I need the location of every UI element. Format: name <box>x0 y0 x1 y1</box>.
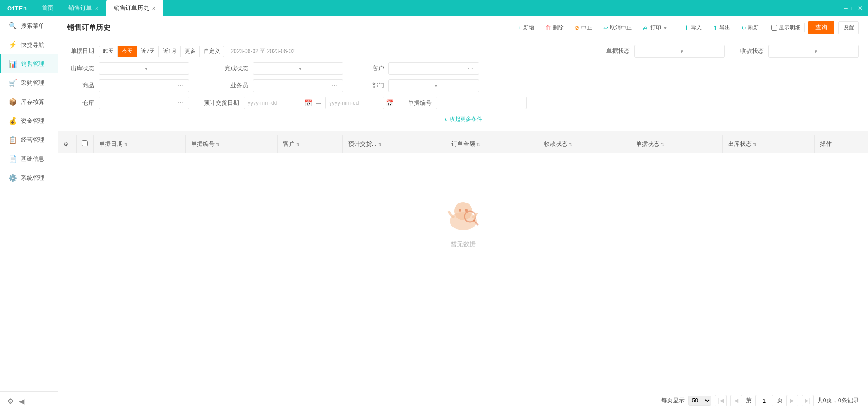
filter-row-2: 出库状态 ▼ 完成状态 ▼ 客户 ··· <box>67 62 859 75</box>
sort-payment-icon: ⇅ <box>569 142 572 147</box>
tab-sales-order-close[interactable]: ✕ <box>95 5 99 11</box>
th-checkbox[interactable] <box>76 135 93 153</box>
th-amount[interactable]: 订单金额⇅ <box>446 135 538 153</box>
svg-point-2 <box>459 209 461 212</box>
th-order-status[interactable]: 单据状态⇅ <box>630 135 722 153</box>
date-label: 单据日期 <box>67 47 99 55</box>
sidebar-item-base-info[interactable]: 📄 基础信息 <box>0 150 58 169</box>
th-delivery-status[interactable]: 出库状态⇅ <box>722 135 814 153</box>
stop-label: 中止 <box>581 24 592 32</box>
base-info-icon: 📄 <box>9 155 17 163</box>
import-button[interactable]: ⬇ 导入 <box>680 22 706 34</box>
department-select[interactable]: ▼ <box>388 79 479 92</box>
top-bar: OfTEn 首页 销售订单 ✕ 销售订单历史 ✕ ─ □ ✕ <box>0 0 868 16</box>
per-page-select[interactable]: 50 10 20 100 <box>688 396 711 406</box>
date-today-btn[interactable]: 今天 <box>118 46 137 57</box>
product-input-wrap[interactable]: ··· <box>99 79 189 92</box>
prev-page-btn[interactable]: ◀ <box>730 395 742 406</box>
sidebar-item-sys-mgmt[interactable]: ⚙️ 系统管理 <box>0 169 58 188</box>
th-settings[interactable]: ⚙ <box>58 135 76 153</box>
tab-sales-order-history-close[interactable]: ✕ <box>152 5 156 11</box>
refresh-button[interactable]: ↻ 刷新 <box>737 22 763 34</box>
add-icon: + <box>518 24 522 31</box>
empty-state: 暂无数据 <box>58 153 868 285</box>
th-date[interactable]: 单据日期⇅ <box>93 135 185 153</box>
sidebar-item-purchase-mgmt[interactable]: 🛒 采购管理 <box>0 73 58 92</box>
customer-dots-icon[interactable]: ··· <box>465 64 475 73</box>
sidebar-item-inventory[interactable]: 📦 库存核算 <box>0 92 58 111</box>
show-detail-toggle[interactable]: 显示明细 <box>771 24 801 32</box>
sidebar-item-search-menu[interactable]: 🔍 搜索菜单 <box>0 16 58 35</box>
complete-status-label: 完成状态 <box>216 64 253 73</box>
finance-icon: 💰 <box>9 117 17 125</box>
print-chevron-icon: ▼ <box>663 25 667 30</box>
tab-sales-order[interactable]: 销售订单 ✕ <box>61 0 106 16</box>
delete-button[interactable]: 🗑 删除 <box>541 22 568 34</box>
print-label: 打印 <box>650 24 661 32</box>
toolbar-divider-1 <box>676 23 676 32</box>
show-detail-checkbox[interactable] <box>771 25 777 31</box>
date-group: 昨天 今天 近7天 近1月 更多 自定义 <box>99 46 224 57</box>
empty-illustration <box>436 189 490 235</box>
tab-sales-order-history[interactable]: 销售订单历史 ✕ <box>106 0 163 16</box>
toolbar-divider-2 <box>767 23 767 32</box>
select-all-checkbox[interactable] <box>82 140 88 146</box>
date-more-btn[interactable]: 更多 <box>181 46 200 57</box>
minimize-icon[interactable]: ─ <box>844 5 848 11</box>
th-customer[interactable]: 客户⇅ <box>278 135 342 153</box>
last-page-btn[interactable]: ▶| <box>802 395 814 406</box>
date-yesterday-btn[interactable]: 昨天 <box>99 46 118 57</box>
th-expected-delivery[interactable]: 预计交货...⇅ <box>342 135 446 153</box>
tab-home[interactable]: 首页 <box>34 0 61 16</box>
stop-button[interactable]: ⊘ 中止 <box>570 22 597 34</box>
sidebar-item-sales-mgmt[interactable]: 📊 销售管理 <box>0 54 58 73</box>
complete-status-select[interactable]: ▼ <box>253 62 343 75</box>
date-last7-btn[interactable]: 近7天 <box>137 46 159 57</box>
add-button[interactable]: + 新增 <box>514 22 539 34</box>
maximize-icon[interactable]: □ <box>851 5 854 11</box>
settings-button[interactable]: 设置 <box>838 21 859 34</box>
sidebar-collapse-btn[interactable]: ◀ <box>19 397 24 406</box>
date-last-month-btn[interactable]: 近1月 <box>159 46 181 57</box>
warehouse-input-wrap[interactable]: ··· <box>99 97 189 109</box>
order-no-input[interactable] <box>436 97 527 109</box>
next-page-btn[interactable]: ▶ <box>786 395 798 406</box>
sidebar-item-quick-nav[interactable]: ⚡ 快捷导航 <box>0 35 58 54</box>
sidebar-item-operations[interactable]: 📋 经营管理 <box>0 131 58 150</box>
refresh-icon: ↻ <box>741 24 746 31</box>
department-chevron-icon: ▼ <box>434 83 475 88</box>
product-label: 商品 <box>67 82 99 90</box>
cancel-stop-button[interactable]: ↩ 取消中止 <box>599 22 636 34</box>
th-payment-status[interactable]: 收款状态⇅ <box>538 135 630 153</box>
close-icon[interactable]: ✕ <box>858 5 863 11</box>
payment-status-select[interactable]: ▼ <box>768 45 859 58</box>
stop-icon: ⊘ <box>575 24 580 31</box>
collapse-btn[interactable]: ∧ 收起更多条件 <box>67 114 859 125</box>
toolbar: + 新增 🗑 删除 ⊘ 中止 ↩ 取消中止 🖨 打印 <box>514 21 859 34</box>
print-button[interactable]: 🖨 打印 ▼ <box>638 22 672 34</box>
warehouse-dots-icon[interactable]: ··· <box>176 99 185 107</box>
sidebar-settings-btn[interactable]: ⚙ <box>7 397 14 406</box>
customer-input-wrap[interactable]: ··· <box>388 62 479 75</box>
page-number-input[interactable] <box>755 395 773 406</box>
delivery-status-select[interactable]: ▼ <box>99 62 189 75</box>
sidebar-item-finance[interactable]: 💰 资金管理 <box>0 111 58 131</box>
expected-date-to-input[interactable] <box>325 97 384 109</box>
salesperson-dots-icon[interactable]: ··· <box>330 82 339 90</box>
expected-date-from-input[interactable] <box>244 97 302 109</box>
print-icon: 🖨 <box>643 24 648 31</box>
sidebar-item-label: 系统管理 <box>21 174 44 182</box>
th-order-no[interactable]: 单据编号⇅ <box>185 135 277 153</box>
product-dots-icon[interactable]: ··· <box>176 82 185 90</box>
first-page-btn[interactable]: |◀ <box>715 395 727 406</box>
export-button[interactable]: ⬆ 导出 <box>708 22 735 34</box>
calendar-from-icon[interactable]: 📅 <box>304 99 312 106</box>
order-status-select[interactable]: ▼ <box>634 45 725 58</box>
payment-status-label: 收款状态 <box>732 47 768 55</box>
query-button[interactable]: 查询 <box>808 21 834 34</box>
salesperson-input-wrap[interactable]: ··· <box>253 79 343 92</box>
date-custom-btn[interactable]: 自定义 <box>200 46 224 57</box>
import-label: 导入 <box>691 24 702 32</box>
page-prefix: 第 <box>746 396 752 405</box>
calendar-to-icon[interactable]: 📅 <box>386 99 393 106</box>
